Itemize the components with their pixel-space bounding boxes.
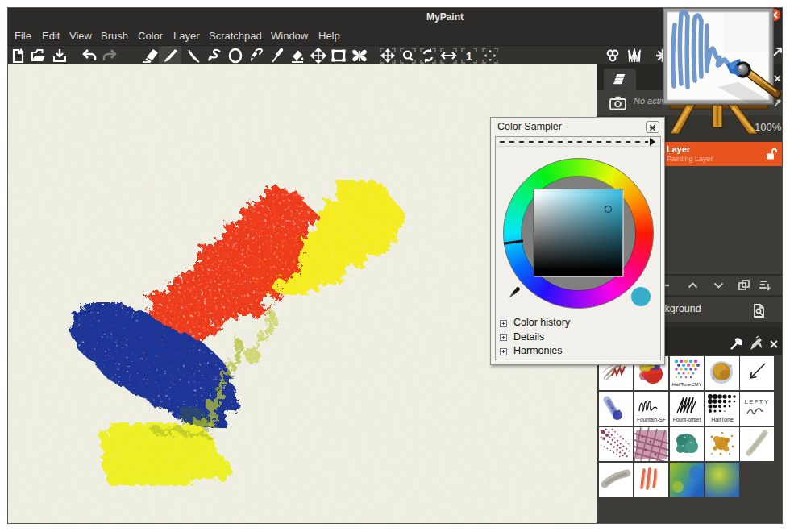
svg-text:HalfTone: HalfTone (711, 417, 734, 422)
svg-text:1: 1 (466, 49, 472, 63)
svg-text:LEFTY: LEFTY (745, 398, 770, 405)
svg-text:Fount-offset: Fount-offset (673, 417, 701, 422)
svg-text:HalfToneCMY: HalfToneCMY (672, 382, 701, 387)
svg-text:Fountain-SF: Fountain-SF (637, 417, 666, 422)
